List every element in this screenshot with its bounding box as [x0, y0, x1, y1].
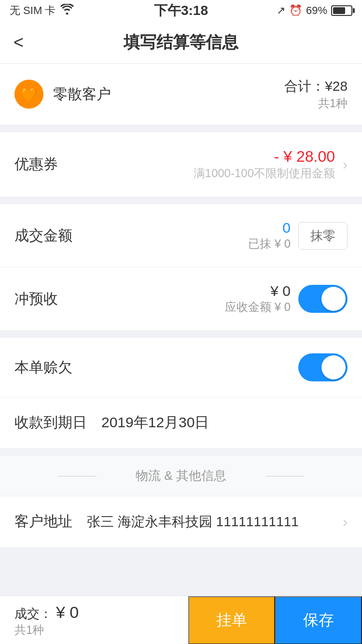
coupon-row[interactable]: 优惠券 - ¥ 28.00 满1000-100不限制使用金额 › [0, 132, 362, 196]
status-bar: 无 SIM 卡 下午3:18 ↗ ⏰ 69% [0, 0, 362, 21]
nav-bar: < 填写结算等信息 [0, 21, 362, 64]
avatar: 🧡 [14, 80, 43, 109]
transaction-value: 0 [248, 220, 291, 236]
address-chevron-icon: › [343, 514, 348, 530]
customer-name: 零散客户 [53, 84, 111, 104]
customer-row: 🧡 零散客户 合计：¥28 共1种 [0, 64, 362, 125]
debit-row: 本单赊欠 [0, 338, 362, 397]
divider-4 [0, 448, 362, 456]
coupon-chevron-icon: › [343, 156, 348, 173]
coupon-value-block: - ¥ 28.00 满1000-100不限制使用金额 [194, 148, 335, 181]
wifi-icon [60, 4, 74, 17]
address-label: 客户地址 [14, 512, 72, 532]
location-icon: ↗ [277, 4, 285, 17]
coupon-sub-text: 满1000-100不限制使用金额 [194, 166, 335, 181]
customer-total: 合计：¥28 [284, 77, 348, 96]
coupon-label: 优惠券 [14, 154, 58, 174]
divider-2 [0, 196, 362, 204]
transaction-right: 0 已抹 ¥ 0 抹零 [248, 220, 348, 252]
save-button[interactable]: 保存 [275, 596, 362, 644]
due-date-label: 收款到期日 [14, 413, 87, 433]
debit-label: 本单赊欠 [14, 358, 72, 378]
prepay-values: ¥ 0 应收金额 ¥ 0 [225, 283, 291, 315]
hang-button[interactable]: 挂单 [188, 596, 275, 644]
prepay-toggle-knob [321, 287, 346, 311]
bottom-left: 成交： ¥ 0 共1种 [0, 603, 188, 638]
alarm-icon: ⏰ [289, 4, 302, 17]
transaction-value-block: 0 已抹 ¥ 0 [248, 220, 291, 252]
battery-percent: 69% [306, 4, 327, 17]
status-left: 无 SIM 卡 [10, 3, 74, 18]
logistics-title: 物流 & 其他信息 [136, 467, 226, 484]
bottom-bar: 成交： ¥ 0 共1种 挂单 保存 [0, 596, 362, 644]
back-button[interactable]: < [14, 32, 24, 53]
round-off-button[interactable]: 抹零 [298, 222, 348, 250]
prepay-right: ¥ 0 应收金额 ¥ 0 [225, 283, 348, 315]
transaction-sub: 已抹 ¥ 0 [248, 236, 291, 252]
due-date-row: 收款到期日 2019年12月30日 [0, 397, 362, 448]
customer-left: 🧡 零散客户 [14, 80, 111, 109]
address-value: 张三 海淀永丰科技园 11111111111 [87, 513, 328, 531]
due-date-value: 2019年12月30日 [101, 413, 209, 433]
logistics-header: 物流 & 其他信息 [0, 456, 362, 496]
bottom-amount-row: 成交： ¥ 0 [14, 603, 174, 622]
address-row[interactable]: 客户地址 张三 海淀永丰科技园 11111111111 › [0, 496, 362, 547]
divider-3 [0, 330, 362, 338]
coupon-right: - ¥ 28.00 满1000-100不限制使用金额 › [194, 148, 348, 181]
bottom-amount: ¥ 0 [56, 603, 79, 622]
status-time: 下午3:18 [154, 1, 208, 20]
battery-icon [331, 5, 352, 16]
divider-1 [0, 125, 362, 132]
prepay-value: ¥ 0 [225, 283, 291, 299]
coupon-value: - ¥ 28.00 [194, 148, 335, 166]
main-content: 🧡 零散客户 合计：¥28 共1种 优惠券 - ¥ 28.00 满1000-10… [0, 64, 362, 644]
debit-toggle-knob [321, 355, 346, 379]
transaction-label: 成交金额 [14, 226, 72, 246]
carrier-label: 无 SIM 卡 [10, 3, 56, 18]
page-title: 填写结算等信息 [124, 31, 238, 54]
transaction-row: 成交金额 0 已抹 ¥ 0 抹零 [0, 204, 362, 267]
avatar-icon: 🧡 [21, 86, 38, 102]
customer-right: 合计：¥28 共1种 [284, 77, 348, 111]
debit-toggle[interactable] [298, 353, 348, 381]
prepay-toggle[interactable] [298, 285, 348, 313]
prepay-sub: 应收金额 ¥ 0 [225, 299, 291, 315]
bottom-count: 共1种 [14, 622, 174, 638]
customer-count: 共1种 [284, 96, 348, 111]
prepay-label: 冲预收 [14, 289, 58, 309]
prepay-row: 冲预收 ¥ 0 应收金额 ¥ 0 [0, 267, 362, 330]
status-right: ↗ ⏰ 69% [277, 4, 352, 17]
battery-fill [333, 7, 345, 14]
bottom-deal-label: 成交： [14, 605, 52, 622]
